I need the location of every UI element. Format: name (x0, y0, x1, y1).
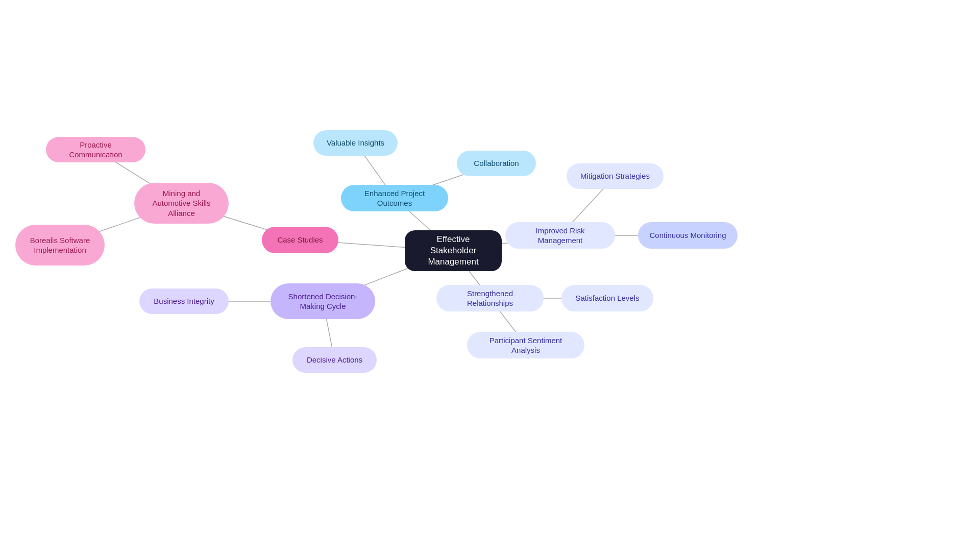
node-improved_risk: Improved Risk Management (505, 222, 615, 249)
node-case_studies: Case Studies (262, 227, 338, 253)
connections-svg (0, 0, 980, 553)
mindmap-container: Effective Stakeholder ManagementCase Stu… (0, 0, 980, 553)
node-continuous: Continuous Monitoring (638, 222, 738, 249)
node-mining: Mining and Automotive Skills Alliance (134, 183, 229, 224)
node-proactive: Proactive Communication (46, 137, 145, 162)
node-participant: Participant Sentiment Analysis (467, 332, 584, 358)
node-satisfaction: Satisfaction Levels (561, 285, 653, 311)
node-enhanced: Enhanced Project Outcomes (341, 185, 448, 211)
node-mitigation: Mitigation Strategies (567, 163, 664, 189)
node-strengthened: Strengthened Relationships (436, 285, 544, 311)
node-center: Effective Stakeholder Management (405, 230, 502, 271)
node-collaboration: Collaboration (457, 151, 536, 176)
node-shortened: Shortened Decision-Making Cycle (271, 283, 375, 319)
node-business: Business Integrity (139, 288, 229, 314)
node-valuable: Valuable Insights (313, 130, 398, 156)
node-decisive: Decisive Actions (292, 347, 377, 373)
node-borealis: Borealis Software Implementation (15, 225, 105, 266)
